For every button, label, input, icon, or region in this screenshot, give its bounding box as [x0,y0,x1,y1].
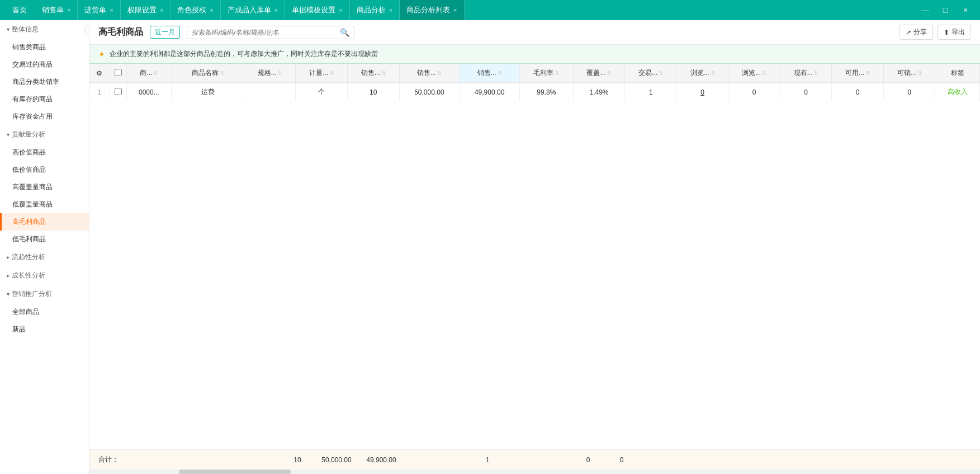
row-checkbox[interactable] [115,88,122,95]
sidebar-item-high-margin[interactable]: 高毛利商品 [0,213,89,231]
close-purchase-tab[interactable]: × [110,7,113,13]
sidebar-group-contribution[interactable]: ▾ 贡献量分析 [0,125,89,144]
sidebar-item-traded-goods[interactable]: 交易过的商品 [0,56,89,73]
info-text: 企业的主要的利润都是这部分商品创造的，可考虑加大推广，同时关注库存是不要出现缺货 [110,49,378,59]
footer-sales-amount: 50,000.00 [314,456,359,464]
col-spec[interactable]: 规格... ⇅ [244,64,296,83]
row-name: 运费 [172,83,244,101]
col-coverage[interactable]: 覆盖... ⇅ [573,64,625,83]
sidebar-item-category-rate[interactable]: 商品分类助销率 [0,73,89,91]
nav-products-in[interactable]: 产成品入库单 × [221,0,285,20]
row-unit: 个 [296,83,348,101]
sort-icon12: ⇅ [762,70,766,76]
table-container[interactable]: ⚙ 商... ⇅ 商品名称 [89,64,980,449]
nav-purchase[interactable]: 进货单 × [78,0,120,20]
sidebar-item-stock-capital[interactable]: 库存资金占用 [0,108,89,125]
close-sales-tab[interactable]: × [67,7,70,13]
footer-sales-qty: 10 [281,456,314,464]
footer-sales-cost: 49,900.00 [359,456,404,464]
sidebar-item-low-margin[interactable]: 低毛利商品 [0,231,89,248]
close-btn[interactable]: × [955,0,976,20]
close-analysis-tab[interactable]: × [389,7,392,13]
sidebar-item-new-goods[interactable]: 新品 [0,321,89,338]
export-button[interactable]: ⬆ 导出 [938,25,971,40]
footer-available: 0 [605,456,638,464]
nav-template[interactable]: 单据模板设置 × [285,0,349,20]
close-roles-tab[interactable]: × [210,7,213,13]
share-button[interactable]: ↗ 分享 [899,25,933,40]
maximize-btn[interactable]: □ [935,0,955,20]
footer-current-stock: 0 [571,456,605,464]
sort-icon4: ⇅ [329,70,334,76]
col-tag: 标签 [935,64,980,83]
col-views1[interactable]: 浏览... ⇅ [676,64,728,83]
close-permissions-tab[interactable]: × [160,7,163,13]
sort-icon10: ⇅ [659,70,663,76]
col-name[interactable]: 商品名称 ⇅ [172,64,244,83]
top-nav: 首页 销售单 × 进货单 × 权限设置 × 角色授权 × 产成品入库单 × 单据… [0,0,980,20]
main-layout: « ▾ 整体信息 销售类商品 交易过的商品 商品分类助销率 有库存的商品 库存资… [0,20,980,474]
col-gross-margin[interactable]: 毛利率 ⇅ [519,64,573,83]
sidebar-item-all-goods[interactable]: 全部商品 [0,303,89,321]
row-views1[interactable]: 0 [676,83,728,101]
time-filter-button[interactable]: 近一月 [150,26,180,39]
sidebar-group-marketing[interactable]: ▾ 营销推广分析 [0,285,89,303]
col-available[interactable]: 可用... ⇅ [832,64,884,83]
nav-sales[interactable]: 销售单 × [35,0,78,20]
sidebar-item-high-value[interactable]: 高价值商品 [0,144,89,161]
row-sales-cost: 49,900.00 [460,83,520,101]
sort-icon9: ⇅ [607,70,611,76]
col-sales-cost[interactable]: 销售... ⇅ [460,64,520,83]
arrow-down-icon3: ▾ [7,291,10,297]
col-settings[interactable]: ⚙ [89,64,110,83]
nav-analysis[interactable]: 商品分析 × [350,0,400,20]
row-available: 0 [832,83,884,101]
search-icon[interactable]: 🔍 [340,28,349,37]
bottom-scrollbar[interactable] [89,470,980,474]
col-transactions[interactable]: 交易... ⇅ [625,64,677,83]
close-template-tab[interactable]: × [339,7,342,13]
col-checkbox[interactable] [110,64,126,83]
sidebar-item-in-stock[interactable]: 有库存的商品 [0,91,89,108]
sidebar-group-overall[interactable]: ▾ 整体信息 [0,20,89,39]
sidebar-group-growth[interactable]: ▸ 成长性分析 [0,266,89,285]
scrollbar-thumb[interactable] [179,470,291,474]
row-current-stock: 0 [780,83,832,101]
sort-icon7: ⇅ [498,70,502,76]
footer-transactions: 1 [471,456,504,464]
sidebar: « ▾ 整体信息 销售类商品 交易过的商品 商品分类助销率 有库存的商品 库存资… [0,20,89,474]
sidebar-item-high-coverage[interactable]: 高覆盖量商品 [0,179,89,196]
col-sellable[interactable]: 可销... ⇅ [883,64,935,83]
col-sales-amount[interactable]: 销售... ⇅ [399,64,460,83]
sort-icon6: ⇅ [437,70,442,76]
select-all-checkbox[interactable] [115,69,122,76]
col-views2[interactable]: 浏览... ⇅ [728,64,780,83]
page-title: 高毛利商品 [98,26,143,38]
nav-analysis-list[interactable]: 商品分析列表 × [400,0,464,20]
search-box: 🔍 [187,26,354,39]
sidebar-group-trend[interactable]: ▸ 流趋性分析 [0,248,89,266]
col-current-stock[interactable]: 现有... ⇅ [780,64,832,83]
header-actions: ↗ 分享 ⬆ 导出 [899,25,971,40]
close-products-in-tab[interactable]: × [274,7,278,13]
sidebar-item-low-value[interactable]: 低价值商品 [0,161,89,179]
col-code[interactable]: 商... ⇅ [126,64,172,83]
arrow-down-icon: ▾ [7,26,10,32]
col-unit[interactable]: 计量... ⇅ [296,64,348,83]
row-number: 1 [89,83,110,101]
sidebar-item-sales-goods[interactable]: 销售类商品 [0,39,89,56]
arrow-down-icon2: ▾ [7,132,10,138]
row-checkbox-cell[interactable] [110,83,126,101]
close-analysis-list-tab[interactable]: × [453,7,457,13]
nav-permissions[interactable]: 权限设置 × [121,0,171,20]
nav-home[interactable]: 首页 [4,0,35,20]
nav-roles[interactable]: 角色授权 × [171,0,220,20]
search-input[interactable] [192,29,340,36]
export-icon: ⬆ [944,29,949,36]
row-code: 0000... [126,83,172,101]
sidebar-item-low-coverage[interactable]: 低覆盖量商品 [0,196,89,213]
col-sales-qty[interactable]: 销售... ⇅ [348,64,400,83]
table-row: 1 0000... 运费 [89,83,980,101]
row-coverage: 1.49% [573,83,625,101]
minimize-btn[interactable]: — [915,0,935,20]
